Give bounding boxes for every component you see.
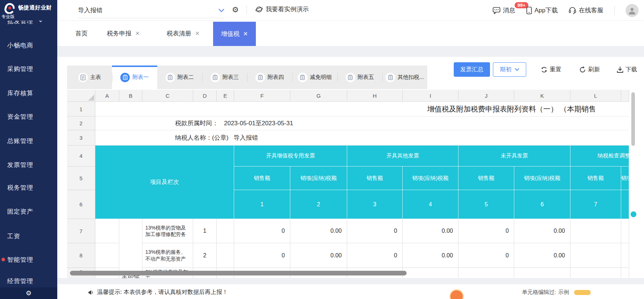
sidebar-settings[interactable]: ⚙ bbox=[0, 287, 57, 299]
messages-button[interactable]: 消息 99+ bbox=[493, 6, 515, 14]
select-all-corner[interactable] bbox=[67, 90, 95, 102]
sidebar-item-ledger[interactable]: 总账管理 bbox=[0, 136, 57, 145]
subtab-schedule1-active[interactable]: 附表一 bbox=[112, 66, 157, 89]
row-header-2[interactable]: 2 bbox=[67, 117, 95, 130]
sidebar-item-inventory[interactable]: 库存核算 bbox=[0, 89, 57, 97]
row-header-3[interactable]: 3 bbox=[67, 130, 95, 146]
floating-helper-dot[interactable] bbox=[631, 211, 636, 217]
cell-E7[interactable] bbox=[217, 219, 234, 243]
period-cell[interactable]: 税款所属时间： 2023-05-01至2023-05-31 bbox=[95, 117, 629, 130]
value-cell[interactable]: 0.00 bbox=[290, 243, 347, 268]
col-header-G[interactable]: G bbox=[290, 90, 347, 102]
vertical-scrollbar[interactable] bbox=[631, 92, 635, 146]
tab-vat-active[interactable]: 增值税 ✕ bbox=[213, 22, 256, 46]
row-header-4[interactable]: 4 bbox=[67, 146, 95, 167]
sidebar-item-ecommerce[interactable]: 小畅电商 bbox=[0, 41, 57, 50]
value-cell[interactable]: 0 bbox=[347, 219, 403, 243]
col-header-K[interactable]: K bbox=[514, 90, 570, 102]
row-header-5[interactable]: 5 bbox=[67, 167, 95, 190]
refresh-button[interactable]: 刷新 bbox=[579, 65, 600, 74]
value-cell[interactable]: 0 bbox=[234, 219, 290, 243]
value-cell[interactable]: 0 bbox=[458, 219, 514, 243]
sidebar-item-funds[interactable]: 资金管理 bbox=[0, 112, 57, 121]
sidebar-item-payroll[interactable]: 工资 bbox=[0, 232, 57, 240]
avatar[interactable] bbox=[626, 4, 639, 17]
cell-A8[interactable] bbox=[95, 243, 119, 268]
floating-mascot-button[interactable] bbox=[449, 289, 464, 299]
value-cell[interactable]: 0.00 bbox=[290, 219, 347, 243]
company-select[interactable]: 导入报错 bbox=[78, 3, 224, 18]
row-label-cell[interactable]: 13%税率的货物及加工修理修配劳务 bbox=[142, 219, 193, 243]
value-cell[interactable]: 0.00 bbox=[403, 243, 458, 268]
col-header-J[interactable]: J bbox=[458, 90, 514, 102]
col-header-F[interactable]: F bbox=[234, 90, 290, 102]
value-cell[interactable]: 0 bbox=[347, 243, 403, 268]
close-tab-icon[interactable]: ✕ bbox=[243, 30, 248, 37]
value-cell[interactable] bbox=[570, 243, 621, 268]
subtab-exemption-detail[interactable]: 减免明细 bbox=[292, 66, 337, 89]
col-header-partial[interactable] bbox=[621, 90, 629, 102]
row-seq-cell[interactable]: 2 bbox=[193, 243, 217, 268]
subtab-schedule3[interactable]: 附表三 bbox=[202, 66, 247, 89]
sheet-title-cell[interactable]: 增值税及附加税费申报表附列资料（一） （本期销售 bbox=[95, 102, 629, 117]
tab-tax-filing[interactable]: 税务申报 ✕ bbox=[99, 21, 148, 46]
sidebar-item-fixed-assets[interactable]: 固定资产 bbox=[0, 207, 57, 216]
cell-A7[interactable] bbox=[95, 219, 119, 243]
period-dropdown-button[interactable]: 期初 bbox=[493, 62, 526, 77]
value-cell-partial[interactable] bbox=[621, 219, 629, 243]
cell-E8[interactable] bbox=[217, 243, 234, 268]
col-header-A[interactable]: A bbox=[95, 90, 119, 102]
col-header-L[interactable]: L bbox=[570, 90, 621, 102]
value-cell-partial[interactable] bbox=[621, 243, 629, 268]
value-cell[interactable]: 0.00 bbox=[514, 243, 570, 268]
row-label-cell[interactable]: 13%税率的服务、不动产和无形资产 bbox=[142, 243, 193, 268]
sidebar-item-invoice[interactable]: 发票管理 bbox=[0, 160, 57, 169]
value-cell[interactable] bbox=[403, 268, 458, 278]
col-header-E[interactable]: E bbox=[217, 90, 234, 102]
download-button[interactable]: 下载 bbox=[617, 65, 637, 74]
subtab-schedule2[interactable]: 附表二 bbox=[157, 66, 202, 89]
online-support-button[interactable]: 在线客服 bbox=[569, 6, 603, 14]
tab-home[interactable]: 首页 bbox=[67, 21, 96, 46]
value-cell[interactable]: 0.00 bbox=[403, 219, 458, 243]
value-cell[interactable] bbox=[570, 219, 621, 243]
close-tab-icon[interactable]: ✕ bbox=[135, 30, 140, 37]
value-cell-partial[interactable] bbox=[621, 268, 629, 278]
col-header-D[interactable]: D bbox=[193, 90, 217, 102]
value-cell[interactable]: 0 bbox=[234, 243, 290, 268]
value-cell[interactable] bbox=[458, 268, 514, 278]
row-header-8[interactable]: 8 bbox=[67, 243, 95, 268]
sidebar-item-purchase[interactable]: 采购管理 bbox=[0, 64, 57, 73]
close-tab-icon[interactable]: ✕ bbox=[195, 30, 200, 37]
subtab-schedule4[interactable]: 附表四 bbox=[247, 66, 292, 89]
subtab-main-sheet[interactable]: 主表 bbox=[67, 66, 112, 89]
subtab-schedule5[interactable]: 附表五 bbox=[337, 66, 382, 89]
clipboard-icon bbox=[298, 73, 307, 82]
row-header-1[interactable]: 1 bbox=[67, 102, 95, 117]
reset-button[interactable]: 重置 bbox=[541, 65, 561, 74]
value-cell[interactable] bbox=[514, 268, 570, 278]
subtab-other-deduction[interactable]: 其他扣税... bbox=[382, 66, 427, 89]
col-header-H[interactable]: H bbox=[347, 90, 403, 102]
horizontal-scrollbar[interactable] bbox=[70, 271, 407, 275]
row-header-7[interactable]: 7 bbox=[67, 219, 95, 243]
sidebar-item-smart[interactable]: 智能管理 bbox=[0, 255, 57, 264]
value-cell[interactable]: 0 bbox=[458, 243, 514, 268]
demo-link[interactable]: 我要看实例演示 bbox=[255, 5, 309, 13]
app-download-button[interactable]: App下载 bbox=[526, 6, 558, 14]
row-seq-cell[interactable]: 1 bbox=[193, 219, 217, 243]
cell-B7-merged-group[interactable] bbox=[119, 219, 142, 243]
settings-gear-button[interactable]: ⚙ bbox=[232, 6, 239, 13]
tab-tax-register[interactable]: 税表清册 ✕ bbox=[159, 21, 208, 46]
cell-B8-merged-group[interactable] bbox=[119, 243, 142, 268]
value-cell[interactable]: 0.00 bbox=[514, 219, 570, 243]
sidebar-item-tax[interactable]: 税务管理 bbox=[0, 183, 57, 192]
taxpayer-cell[interactable]: 纳税人名称：(公章) 导入报错 bbox=[95, 130, 629, 146]
col-header-I[interactable]: I bbox=[403, 90, 458, 102]
col-header-B[interactable]: B bbox=[119, 90, 142, 102]
col-header-C[interactable]: C bbox=[142, 90, 193, 102]
value-cell[interactable] bbox=[570, 268, 621, 278]
row-header-6[interactable]: 6 bbox=[67, 190, 95, 219]
invoice-summary-button[interactable]: 发票汇总 bbox=[454, 62, 490, 77]
sidebar-item-operation[interactable]: 经营管理 bbox=[0, 277, 57, 285]
